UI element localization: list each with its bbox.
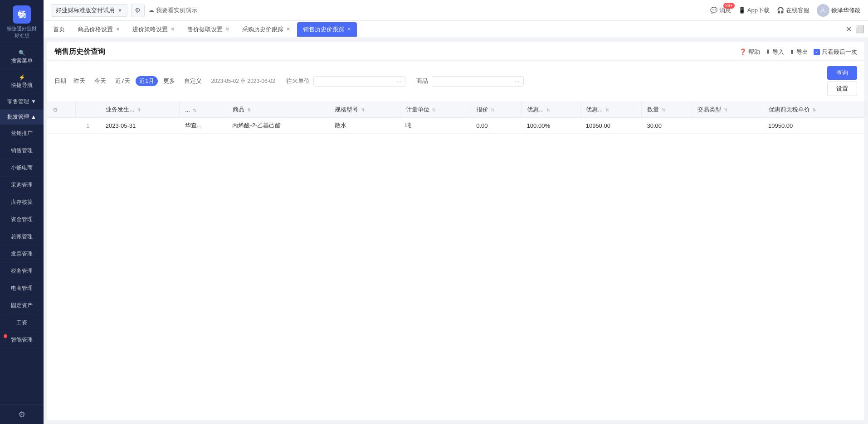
customer-input-wrap: ··· (313, 76, 405, 87)
col-pretax-price[interactable]: 优惠前无税单价 ⇅ (763, 102, 864, 118)
filter-settings-btn[interactable]: 设置 (827, 82, 857, 96)
sidebar: 畅 畅捷通好业财 标准版 🔍 搜索菜单 ⚡ 快捷导航 零售管理 ▼ 批发管理 ▲… (0, 0, 44, 424)
tab-product-price-close[interactable]: ✕ (116, 26, 120, 32)
col-discount2-sort[interactable]: ⇅ (605, 107, 609, 112)
col-date[interactable]: 业务发生... ⇅ (100, 102, 180, 118)
col-spec[interactable]: 规格型号 ⇅ (329, 102, 400, 118)
date-opt-last1m[interactable]: 近1月 (136, 76, 158, 86)
tab-price-extract-close[interactable]: ✕ (225, 26, 229, 32)
smart-mgmt-dot (4, 334, 7, 338)
date-opt-last7[interactable]: 近7天 (112, 76, 134, 86)
col-quantity[interactable]: 数量 ⇅ (642, 102, 692, 118)
sidebar-item-ecommerce-mgmt[interactable]: 电商管理 (0, 280, 44, 297)
export-btn[interactable]: ⬆ 导出 (790, 48, 808, 56)
date-filter-label: 日期 (54, 77, 66, 85)
import-icon: ⬇ (766, 48, 770, 55)
search-btn[interactable]: 查询 (827, 66, 857, 80)
sidebar-item-ecommerce-small[interactable]: 小畅电商 (0, 159, 44, 177)
col-product-sort[interactable]: ⇅ (247, 107, 251, 112)
product-dots-btn[interactable]: ··· (515, 78, 520, 85)
sidebar-item-payroll[interactable]: 工资 (0, 314, 44, 332)
sidebar-item-inventory[interactable]: 库存核算 (0, 194, 44, 211)
help-btn[interactable]: ❓ 帮助 (739, 48, 760, 56)
col-discount1-sort[interactable]: ⇅ (546, 107, 550, 112)
date-opt-more[interactable]: 更多 (160, 76, 179, 86)
sidebar-item-search[interactable]: 🔍 搜索菜单 (0, 45, 44, 70)
online-service-icon: 🎧 (777, 7, 784, 14)
col-price[interactable]: 报价 ⇅ (471, 102, 521, 118)
version-select[interactable]: 好业财标准版交付试用 ▼ (51, 4, 127, 17)
customer-input[interactable] (317, 78, 394, 85)
tab-purchase-history[interactable]: 采购历史价跟踪 ✕ (236, 22, 296, 37)
col-spec-sort[interactable]: ⇅ (361, 107, 365, 112)
search-menu-icon: 🔍 (19, 50, 25, 56)
message-badge: 99+ (723, 3, 735, 9)
col-quantity-sort[interactable]: ⇅ (662, 107, 665, 112)
col-discount2[interactable]: 优惠... ⇅ (580, 102, 642, 118)
sidebar-item-marketing[interactable]: 营销推广 (0, 125, 44, 142)
col-price-sort[interactable]: ⇅ (491, 107, 494, 112)
only-last-checkbox[interactable] (814, 49, 820, 55)
tab-product-price[interactable]: 商品价格设置 ✕ (72, 22, 126, 37)
product-input[interactable] (436, 78, 512, 85)
sidebar-item-smart-mgmt[interactable]: 智能管理 (0, 332, 44, 349)
demo-link[interactable]: ☁ 我要看实例演示 (148, 6, 197, 14)
page-content: 销售历史价查询 ❓ 帮助 ⬇ 导入 ⬆ 导出 只看最后一次 (47, 42, 864, 420)
col-product[interactable]: 商品 ⇅ (227, 102, 329, 118)
row-dots-cell: 华查... (180, 118, 227, 134)
col-trans-type[interactable]: 交易类型 ⇅ (692, 102, 763, 118)
sidebar-item-sales-mgmt[interactable]: 销售管理 (0, 142, 44, 159)
row-product-cell: 丙烯酸-2-乙基己酯 (227, 118, 329, 134)
col-trans-type-sort[interactable]: ⇅ (724, 107, 727, 112)
online-service-btn[interactable]: 🎧 在线客服 (777, 6, 809, 14)
col-gear[interactable]: ⚙ (47, 102, 76, 118)
date-opt-yesterday[interactable]: 昨天 (70, 76, 89, 86)
date-range-display: 2023-05-02 至 2023-06-02 (211, 77, 275, 85)
tab-home[interactable]: 首页 (47, 22, 71, 37)
tab-sales-history-close[interactable]: ✕ (347, 26, 351, 32)
sidebar-item-fixed-assets[interactable]: 固定资产 (0, 297, 44, 314)
col-unit[interactable]: 计量单位 ⇅ (400, 102, 471, 118)
tab-sales-history[interactable]: 销售历史价跟踪 ✕ (297, 22, 357, 37)
sidebar-settings-icon: ⚙ (18, 410, 25, 419)
page-header: 销售历史价查询 ❓ 帮助 ⬇ 导入 ⬆ 导出 只看最后一次 (47, 42, 864, 61)
date-filter-group: 日期 昨天 今天 近7天 近1月 更多 自定义 2023-05-02 至 202… (54, 76, 275, 86)
sidebar-item-wholesale-mgmt[interactable]: 批发管理 ▲ (0, 110, 44, 125)
col-dots1-sort[interactable]: ⇅ (193, 108, 196, 113)
col-date-sort[interactable]: ⇅ (137, 107, 141, 112)
tab-price-strategy-close[interactable]: ✕ (171, 26, 175, 32)
message-btn[interactable]: 💬 消息 99+ (710, 6, 731, 14)
only-last-checkbox-label[interactable]: 只看最后一次 (814, 48, 857, 56)
col-pretax-price-sort[interactable]: ⇅ (812, 107, 816, 112)
sidebar-item-quick-nav[interactable]: ⚡ 快捷导航 (0, 70, 44, 94)
col-dots1[interactable]: ... ⇅ (180, 102, 227, 118)
sidebar-item-capital-mgmt[interactable]: 资金管理 (0, 211, 44, 228)
row-discount2-cell: 10950.00 (580, 118, 642, 134)
date-opt-custom[interactable]: 自定义 (180, 76, 205, 86)
import-btn[interactable]: ⬇ 导入 (766, 48, 784, 56)
sidebar-item-ledger-mgmt[interactable]: 总账管理 (0, 228, 44, 246)
sidebar-item-tax-mgmt[interactable]: 税务管理 (0, 263, 44, 280)
topbar-right: 💬 消息 99+ 📱 App下载 🎧 在线客服 人 徐泽华修改 (710, 4, 861, 17)
date-opt-today[interactable]: 今天 (91, 76, 110, 86)
app-download-btn[interactable]: 📱 App下载 (738, 6, 770, 14)
customer-dots-btn[interactable]: ··· (396, 78, 401, 85)
user-info[interactable]: 人 徐泽华修改 (817, 4, 861, 17)
col-discount1[interactable]: 优惠... ⇅ (522, 102, 580, 118)
window-maximize-btn[interactable]: ⬜ (855, 25, 864, 34)
customer-filter-group: 往来单位 ··· (286, 76, 405, 87)
topbar-settings-icon: ⚙ (135, 6, 141, 14)
sidebar-item-retail-mgmt[interactable]: 零售管理 ▼ (0, 94, 44, 110)
table-gear-icon[interactable]: ⚙ (53, 106, 58, 113)
tab-price-strategy[interactable]: 进价策略设置 ✕ (127, 22, 180, 37)
sidebar-settings-btn[interactable]: ⚙ (0, 405, 44, 424)
tab-price-extract[interactable]: 售价提取设置 ✕ (181, 22, 235, 37)
row-trans-type-cell (692, 118, 763, 134)
tab-purchase-history-close[interactable]: ✕ (286, 26, 290, 32)
col-unit-sort[interactable]: ⇅ (432, 107, 435, 112)
sidebar-item-invoice-mgmt[interactable]: 发票管理 (0, 246, 44, 263)
sidebar-item-purchase-mgmt[interactable]: 采购管理 (0, 177, 44, 194)
row-num-cell: 1 (76, 118, 100, 134)
window-close-btn[interactable]: ✕ (846, 25, 852, 34)
topbar-settings-btn[interactable]: ⚙ (131, 4, 145, 17)
